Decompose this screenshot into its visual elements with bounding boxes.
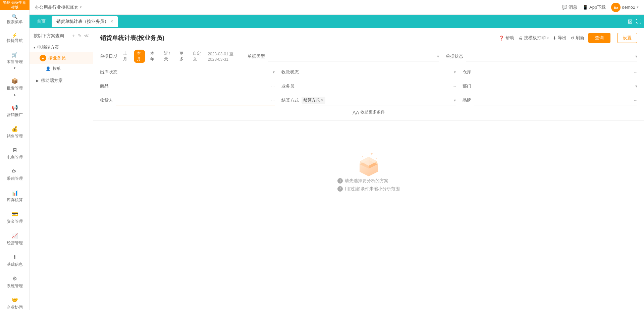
filter-doc-type: 单据类型 ▾ bbox=[248, 51, 439, 61]
out-status-field[interactable]: ▾ bbox=[120, 67, 275, 77]
brand-field[interactable]: ··· bbox=[474, 95, 637, 105]
retail-arrow: ▾ bbox=[14, 66, 15, 70]
scheme-dot-icon: ● bbox=[40, 55, 46, 61]
svg-point-7 bbox=[376, 158, 377, 159]
account-dropdown[interactable]: 办公用品行业模拟账套 ▾ bbox=[35, 4, 82, 10]
page-title: 销货单统计表(按业务员) bbox=[100, 34, 164, 42]
dept-field[interactable]: ▾ bbox=[474, 81, 637, 91]
add-scheme-icon[interactable]: ＋ bbox=[71, 33, 76, 39]
message-btn[interactable]: 💬 消息 bbox=[562, 4, 577, 10]
sidebar-item-ops[interactable]: 📈 经营管理 bbox=[0, 228, 29, 250]
topbar: 办公用品行业模拟账套 ▾ 💬 消息 📱 App下载 Ea demo2 ▾ bbox=[30, 0, 644, 15]
sidebar-item-finance[interactable]: 💳 资金管理 bbox=[0, 207, 29, 228]
sidebar-shortcut[interactable]: ⚡ 快捷导航 bbox=[0, 29, 29, 47]
mobile-scheme-group: ▶ 移动端方案 bbox=[30, 75, 93, 86]
tab-close-icon[interactable]: × bbox=[111, 19, 113, 24]
sidebar-item-inventory[interactable]: 📊 库存核算 bbox=[0, 186, 29, 207]
edit-scheme-icon[interactable]: ✎ bbox=[78, 33, 82, 39]
staff-dots-icon[interactable]: ··· bbox=[452, 84, 456, 89]
out-status-dropdown-icon[interactable]: ▾ bbox=[273, 70, 275, 74]
filter-out-status: 出库状态 ▾ bbox=[100, 67, 275, 77]
collapse-icon: ⋀⋀ bbox=[353, 110, 359, 115]
sidebar-item-purchase[interactable]: 🛍 采购管理 bbox=[0, 164, 29, 186]
sidebar-item-marketing[interactable]: 📢 营销推广 bbox=[0, 100, 29, 122]
date-more[interactable]: 更多 bbox=[176, 50, 188, 63]
query-button[interactable]: 查询 bbox=[588, 33, 610, 43]
svg-point-8 bbox=[362, 156, 363, 157]
marketing-icon: 📢 bbox=[11, 104, 18, 111]
empty-state: 1 请先选择要分析的方案 2 用[过滤]条件来缩小分析范围 bbox=[93, 121, 644, 219]
sidebar-item-ecommerce[interactable]: 🖥 电商管理 bbox=[0, 143, 29, 164]
consignee-label: 收货人 bbox=[100, 97, 113, 103]
refresh-btn[interactable]: ↺ 刷新 bbox=[571, 35, 584, 41]
app-download-btn[interactable]: 📱 App下载 bbox=[583, 4, 606, 10]
doc-status-dropdown-icon[interactable]: ▾ bbox=[635, 54, 637, 59]
sidebar-search[interactable]: 🔍 搜索菜单 bbox=[0, 10, 29, 29]
brand-label: 品牌 bbox=[463, 97, 471, 103]
filter-date: 单据日期 上月 本月 本年 近7天 更多 自定义 2023-03-01 至 20… bbox=[100, 50, 241, 63]
doc-type-dropdown-icon[interactable]: ▾ bbox=[437, 54, 439, 59]
consignee-input[interactable] bbox=[116, 98, 275, 103]
date-last-7[interactable]: 近7天 bbox=[161, 50, 174, 63]
date-last-month[interactable]: 上月 bbox=[120, 50, 132, 63]
tab-sales-stat[interactable]: 销货单统计表（按业务员） × bbox=[52, 16, 118, 27]
sidebar-item-retail[interactable]: 🛒 零售管理 ▾ bbox=[0, 47, 29, 74]
collapse-panel-icon[interactable]: ≪ bbox=[84, 33, 89, 39]
sidebar-item-basic[interactable]: ℹ 基础信息 bbox=[0, 250, 29, 271]
export-btn[interactable]: ⬇ 导出 bbox=[553, 35, 567, 41]
help-btn[interactable]: ❓ 帮助 bbox=[499, 35, 514, 41]
sidebar-item-corp[interactable]: 🤝 企业协同 bbox=[0, 293, 29, 310]
collapse-row: ⋀⋀ 收起更多条件 bbox=[100, 107, 637, 117]
empty-tip-1: 1 请先选择要分析的方案 bbox=[337, 178, 399, 184]
settings-button[interactable]: 设置 bbox=[617, 33, 637, 43]
sidebar-item-sales[interactable]: 💰 销售管理 bbox=[0, 122, 29, 143]
sales-icon: 💰 bbox=[11, 126, 18, 132]
date-this-year[interactable]: 本年 bbox=[147, 50, 159, 63]
sidebar-item-system[interactable]: ⚙ 系统管理 bbox=[0, 271, 29, 293]
goods-field[interactable]: ··· bbox=[111, 81, 275, 91]
collect-status-dropdown-icon[interactable]: ▾ bbox=[454, 70, 456, 74]
left-panel: 按以下方案查询 ＋ ✎ ≪ ▾ 电脑端方案 ● 按业务员 👤 bbox=[30, 28, 93, 310]
payment-dropdown-icon[interactable]: ▾ bbox=[454, 98, 456, 103]
svg-point-6 bbox=[371, 153, 372, 154]
dept-label: 部门 bbox=[463, 83, 471, 89]
consignee-field[interactable]: ··· bbox=[116, 95, 275, 105]
date-custom[interactable]: 自定义 bbox=[190, 50, 204, 63]
filter-collect-status: 收款状态 ▾ bbox=[281, 67, 456, 77]
staff-field[interactable]: ··· bbox=[297, 81, 456, 91]
brand-dots-icon[interactable]: ··· bbox=[634, 98, 637, 103]
payment-tag-close[interactable]: × bbox=[321, 98, 323, 103]
doc-type-field[interactable]: ▾ bbox=[268, 51, 439, 61]
doc-status-field[interactable]: ▾ bbox=[466, 51, 637, 61]
mobile-group-header[interactable]: ▶ 移动端方案 bbox=[30, 75, 93, 86]
tab-home[interactable]: 首页 bbox=[32, 16, 50, 27]
goods-dots-icon[interactable]: ··· bbox=[271, 84, 275, 89]
wholesale-arrow: ▴ bbox=[14, 93, 15, 96]
payment-label: 结算方式 bbox=[281, 97, 299, 103]
left-panel-actions: ＋ ✎ ≪ bbox=[71, 33, 89, 39]
payment-tag: 结算方式 × bbox=[302, 97, 325, 104]
collapse-btn[interactable]: ⋀⋀ 收起更多条件 bbox=[353, 109, 385, 115]
topbar-right: 💬 消息 📱 App下载 Ea demo2 ▾ bbox=[562, 3, 639, 12]
user-profile[interactable]: Ea demo2 ▾ bbox=[611, 3, 639, 12]
staff-label: 业务员 bbox=[281, 83, 294, 89]
inventory-icon: 📊 bbox=[11, 190, 18, 196]
corp-icon: 🤝 bbox=[11, 297, 18, 303]
date-filter: 上月 本月 本年 近7天 更多 自定义 2023-03-01 至 2023-03… bbox=[120, 50, 241, 63]
consignee-dots-icon[interactable]: ··· bbox=[271, 98, 275, 103]
filter-row-3: 商品 ··· 业务员 ··· 部门 bbox=[100, 81, 637, 91]
dept-dropdown-icon[interactable]: ▾ bbox=[635, 84, 637, 89]
date-this-month[interactable]: 本月 bbox=[134, 50, 146, 63]
purchase-icon: 🛍 bbox=[12, 168, 17, 174]
warehouse-field[interactable]: ··· bbox=[474, 67, 637, 77]
sidebar-item-wholesale[interactable]: 📦 批发管理 ▴ bbox=[0, 74, 29, 100]
template-print-btn[interactable]: 🖨 按模板打印 ▾ bbox=[518, 35, 549, 41]
finance-icon: 💳 bbox=[11, 211, 18, 217]
scheme-sub-by-order[interactable]: 👤 按单 bbox=[30, 64, 93, 73]
scheme-item-by-staff[interactable]: ● 按业务员 bbox=[30, 52, 93, 64]
collect-status-field[interactable]: ▾ bbox=[302, 67, 456, 77]
fullscreen-icon[interactable]: ⛶ bbox=[636, 18, 641, 24]
desktop-group-header[interactable]: ▾ 电脑端方案 bbox=[30, 42, 93, 52]
tab-close-main-icon[interactable]: ⊠ bbox=[628, 18, 633, 25]
warehouse-dots-icon[interactable]: ··· bbox=[634, 70, 637, 74]
